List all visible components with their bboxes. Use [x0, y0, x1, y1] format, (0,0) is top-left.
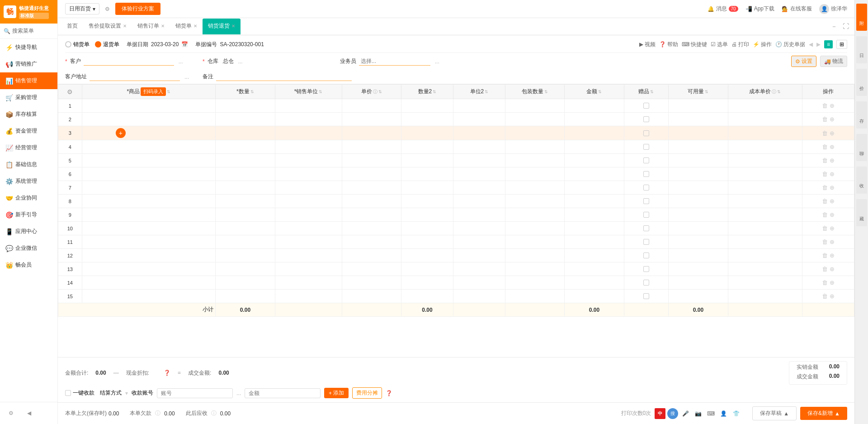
sidebar-item-marketing[interactable]: 📢 营销推广	[0, 56, 57, 72]
gift-checkbox[interactable]	[643, 144, 649, 150]
right-panel-btn-2[interactable]: 日	[856, 36, 867, 63]
gift-checkbox[interactable]	[643, 225, 649, 231]
sort-price-icon[interactable]: ⇅	[378, 90, 382, 94]
message-button[interactable]: 🔔 消息 70	[708, 5, 738, 13]
sidebar-item-newguide[interactable]: 🎯 新手引导	[0, 206, 57, 223]
copy-row-btn[interactable]: ⊕	[830, 143, 835, 150]
customer-input[interactable]	[84, 57, 174, 66]
tab-sales-order-close[interactable]: ✕	[161, 24, 165, 29]
logistics-form-btn[interactable]: 🚚 物流	[820, 56, 847, 67]
sidebar-item-wechat[interactable]: 💬 企业微信	[0, 240, 57, 257]
delete-row-btn[interactable]: 🗑	[822, 198, 828, 205]
nav-prev-icon[interactable]: ◀	[809, 41, 813, 48]
save-new-button[interactable]: 保存&新增 ▲	[800, 407, 847, 420]
delete-row-btn[interactable]: 🗑	[822, 252, 828, 259]
tab-home[interactable]: 首页	[61, 19, 83, 34]
sort-qty2-icon[interactable]: ⇅	[433, 90, 436, 94]
customer-dots-btn[interactable]: ...	[179, 58, 183, 65]
sort-qty-icon[interactable]: ⇅	[250, 90, 254, 94]
tab-sales-order[interactable]: 销售订单 ✕	[132, 19, 170, 34]
online-support-button[interactable]: 💁 在线客服	[782, 5, 812, 13]
settings-bottom-icon[interactable]: ⚙	[4, 406, 18, 420]
gift-checkbox[interactable]	[643, 266, 649, 272]
print-btn[interactable]: 🖨 打印	[731, 41, 749, 48]
gift-checkbox[interactable]	[643, 185, 649, 191]
amount-input[interactable]	[245, 388, 321, 398]
tab-sales[interactable]: 销货单 ✕	[170, 19, 203, 34]
sidebar-item-basic[interactable]: 📋 基础信息	[0, 156, 57, 173]
right-panel-btn-1[interactable]: 附	[856, 4, 867, 31]
sort-unit-icon[interactable]: ⇅	[319, 90, 322, 94]
delete-row-btn[interactable]: 🗑	[822, 130, 828, 137]
mic-icon[interactable]: 🎤	[680, 408, 691, 419]
delete-row-btn[interactable]: 🗑	[822, 143, 828, 150]
tab-price-settings-close[interactable]: ✕	[123, 24, 127, 29]
nav-next-icon[interactable]: ▶	[816, 41, 821, 48]
gift-checkbox[interactable]	[643, 116, 649, 122]
one-click-cb[interactable]	[65, 390, 71, 396]
calendar-icon[interactable]: 📅	[181, 41, 188, 48]
one-click-payment-checkbox[interactable]: 一键收款	[65, 389, 94, 397]
sort-amount-icon[interactable]: ⇅	[598, 90, 602, 94]
add-row-btn[interactable]: +	[116, 128, 126, 138]
delete-row-btn[interactable]: 🗑	[822, 157, 828, 164]
right-panel-btn-3[interactable]: 价	[856, 69, 867, 96]
tab-sales-close[interactable]: ✕	[193, 24, 197, 29]
table-settings-icon[interactable]: ⚙	[67, 88, 73, 95]
address-dots-btn[interactable]: ...	[184, 74, 189, 80]
copy-row-btn[interactable]: ⊕	[830, 225, 835, 232]
staff-input[interactable]	[359, 57, 430, 66]
staff-dots-btn[interactable]: ...	[435, 58, 439, 65]
gift-checkbox[interactable]	[643, 103, 649, 109]
gift-checkbox[interactable]	[643, 280, 649, 286]
warehouse-dots-btn[interactable]: ...	[238, 58, 243, 65]
sidebar-item-inventory[interactable]: 📦 库存核算	[0, 106, 57, 123]
equals-btn[interactable]: =	[178, 370, 181, 376]
sidebar-item-member[interactable]: 👑 畅会员	[0, 257, 57, 273]
cost-info-icon[interactable]: ⓘ	[772, 89, 776, 95]
copy-row-btn[interactable]: ⊕	[830, 238, 835, 245]
right-panel-btn-6[interactable]: 收	[856, 167, 867, 194]
add-payment-button[interactable]: + 添加	[324, 388, 349, 398]
copy-row-btn[interactable]: ⊕	[830, 184, 835, 191]
keyboard-footer-icon[interactable]: ⌨	[705, 408, 716, 419]
sidebar-item-enterprise[interactable]: 🤝 企业协同	[0, 190, 57, 206]
sort-pack-icon[interactable]: ⇅	[544, 90, 548, 94]
sidebar-item-finance[interactable]: 💰 资金管理	[0, 123, 57, 139]
copy-row-btn[interactable]: ⊕	[830, 279, 835, 286]
right-panel-btn-4[interactable]: 存	[856, 101, 867, 129]
delete-row-btn[interactable]: 🗑	[822, 102, 828, 109]
sort-cost-icon[interactable]: ⇅	[777, 90, 781, 94]
copy-row-btn[interactable]: ⊕	[830, 211, 835, 218]
gift-checkbox[interactable]	[643, 239, 649, 245]
experience-plan-button[interactable]: 体验行业方案	[115, 3, 160, 15]
tab-minimize-button[interactable]: －	[829, 22, 839, 32]
camera-icon[interactable]: 📷	[693, 408, 703, 419]
delete-row-btn[interactable]: 🗑	[822, 293, 828, 300]
tab-maximize-button[interactable]: ⛶	[841, 22, 851, 32]
sidebar-item-operations[interactable]: 📈 经营管理	[0, 139, 57, 156]
right-panel-btn-5[interactable]: 聊	[856, 134, 867, 161]
select-btn[interactable]: ☑ 选单	[711, 41, 728, 48]
copy-row-btn[interactable]: ⊕	[830, 252, 835, 259]
gift-checkbox[interactable]	[643, 198, 649, 204]
sidebar-item-apps[interactable]: 📱 应用中心	[0, 223, 57, 240]
collapse-icon[interactable]: ◀	[22, 406, 36, 420]
sidebar-item-quicknav[interactable]: ⚡ 快捷导航	[0, 39, 57, 56]
radio-return[interactable]: 退货单	[95, 41, 119, 48]
delete-row-btn[interactable]: 🗑	[822, 171, 828, 177]
copy-row-btn[interactable]: ⊕	[830, 293, 835, 300]
copy-row-btn[interactable]: ⊕	[830, 266, 835, 272]
help-btn[interactable]: ❓ 帮助	[659, 41, 678, 48]
sidebar-item-purchase[interactable]: 🛒 采购管理	[0, 89, 57, 106]
card-view-btn[interactable]: ⊞	[836, 40, 847, 49]
user-menu[interactable]: 👤 徐泽华	[819, 4, 847, 14]
address-input[interactable]	[90, 72, 180, 81]
radio-sales[interactable]: 销货单	[65, 41, 90, 48]
tab-price-settings[interactable]: 售价提取设置 ✕	[83, 19, 132, 34]
note-input[interactable]	[216, 72, 352, 81]
shortcut-btn[interactable]: ⌨ 快捷键	[682, 41, 707, 48]
settings-form-btn[interactable]: ⚙ 设置	[791, 56, 816, 67]
save-draft-button[interactable]: 保存草稿 ▲	[752, 406, 797, 420]
account-dots-btn[interactable]: ...	[236, 390, 241, 396]
